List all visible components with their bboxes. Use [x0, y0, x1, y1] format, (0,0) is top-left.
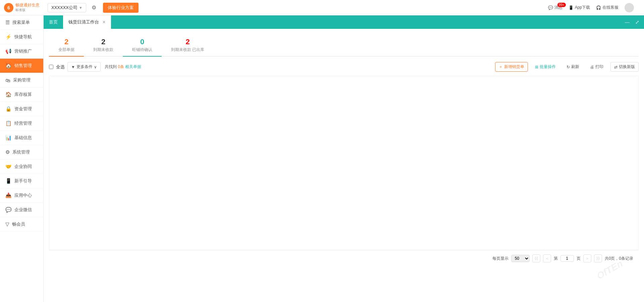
main-content: 2 全部单据 2 到期未收款 0 旺铺待确认 2 到期未收款 已出库 全选 ▼ … — [44, 29, 644, 302]
refresh-button[interactable]: ↻ 刷新 — [563, 62, 583, 72]
tab-minimize-icon[interactable]: — — [623, 18, 631, 26]
sidebar-item-quick-nav[interactable]: ⚡ 快捷导航 — [0, 30, 43, 44]
sidebar-item-basic-info[interactable]: 📊 基础信息 — [0, 131, 43, 145]
sidebar-item-inventory[interactable]: 🏠 库存核算 — [0, 87, 43, 102]
message-icon: 💬 — [548, 5, 553, 10]
batch-icon: ⊞ — [535, 65, 538, 69]
filter-icon: ▼ — [71, 65, 75, 69]
batch-button[interactable]: ⊞ 批量操作 — [531, 62, 559, 72]
switch-label: 切换新版 — [619, 64, 635, 70]
service-icon: 🎧 — [596, 5, 601, 10]
app-badge: 标准版 — [15, 8, 40, 12]
select-all-checkbox[interactable] — [49, 65, 53, 69]
refresh-label: 刷新 — [571, 64, 579, 70]
content-area: 2 全部单据 2 到期未收款 0 旺铺待确认 2 到期未收款 已出库 全选 ▼ … — [44, 29, 644, 302]
stat-tab-pending[interactable]: 0 旺铺待确认 — [123, 34, 162, 57]
sidebar-item-guide[interactable]: 📱 新手引导 — [0, 174, 43, 188]
tab-maximize-icon[interactable]: ⤢ — [633, 18, 641, 26]
switch-version-button[interactable]: ⇄ 切换新版 — [610, 62, 639, 72]
message-icon-item[interactable]: 💬 消息 99+ — [548, 5, 562, 10]
next-page-button[interactable]: ＞ — [583, 254, 591, 262]
page-input[interactable] — [560, 255, 574, 262]
sidebar-item-label: 应用中心 — [14, 192, 32, 198]
prev-page-button[interactable]: ＜ — [543, 254, 551, 262]
tab-home-label: 首页 — [49, 19, 58, 25]
sidebar-item-app-center[interactable]: 📥 应用中心 — [0, 188, 43, 203]
message-badge: 99+ — [557, 3, 566, 7]
switch-icon: ⇄ — [614, 65, 618, 69]
page-size-label: 每页显示 — [492, 256, 508, 261]
stats-tabs: 2 全部单据 2 到期未收款 0 旺铺待确认 2 到期未收款 已出库 — [49, 34, 639, 57]
tab-close-icon[interactable]: ✕ — [102, 20, 106, 24]
app-name: 畅捷通好生意 — [15, 3, 40, 8]
chevron-down-icon: ▼ — [79, 6, 83, 10]
sidebar-item-label: 销售管理 — [14, 63, 32, 69]
sidebar-item-wechat[interactable]: 💬 企业微信 — [0, 203, 43, 217]
sidebar: ☰ 搜索菜单 ⚡ 快捷导航 📢 营销推广 🏠 销售管理 🛍 采购管理 🏠 库存核… — [0, 15, 44, 302]
found-count: 0条 — [118, 64, 124, 69]
logo-icon: 6 — [4, 3, 13, 12]
tab-workbench-label: 钱货日清工作台 — [68, 19, 99, 25]
sales-icon: 🏠 — [5, 63, 12, 69]
marketing-icon: 📢 — [5, 48, 12, 54]
stat-number-overdue-stock: 2 — [186, 38, 190, 46]
app-download-item[interactable]: 📱 App下载 — [569, 5, 590, 10]
sidebar-item-system[interactable]: ⚙ 系统管理 — [0, 145, 43, 160]
gear-icon[interactable]: ⚙ — [89, 3, 99, 13]
sidebar-item-member[interactable]: ▽ 畅会员 — [0, 217, 43, 232]
system-icon: ⚙ — [5, 149, 10, 155]
filter-label: 更多条件 — [76, 64, 93, 70]
trial-button[interactable]: 体验行业方案 — [103, 3, 139, 13]
sidebar-item-operations[interactable]: 📋 经营管理 — [0, 116, 43, 131]
stat-label-overdue-stock: 到期未收款 已出库 — [171, 47, 204, 53]
refresh-icon: ↻ — [567, 65, 570, 69]
filter-button[interactable]: ▼ 更多条件 ∨ — [67, 62, 101, 72]
sidebar-item-label: 搜索菜单 — [12, 19, 30, 25]
sidebar-item-finance[interactable]: 🔒 资金管理 — [0, 102, 43, 116]
online-service-label: 在线客服 — [602, 5, 619, 10]
toolbar: 全选 ▼ 更多条件 ∨ 共找到 0条 相关单据 ＋ 新增销货单 ⊞ 批量操作 — [49, 62, 639, 72]
tab-home[interactable]: 首页 — [44, 15, 63, 29]
company-selector[interactable]: XXXXXX公司 ▼ — [48, 3, 86, 12]
filter-arrow-icon: ∨ — [94, 65, 97, 69]
sidebar-item-purchase[interactable]: 🛍 采购管理 — [0, 73, 43, 87]
tab-workbench[interactable]: 钱货日清工作台 ✕ — [63, 15, 111, 29]
online-service-item[interactable]: 🎧 在线客服 — [596, 5, 619, 10]
stat-tab-overdue[interactable]: 2 到期未收款 — [84, 34, 123, 57]
purchase-icon: 🛍 — [5, 77, 10, 83]
stat-number-pending: 0 — [140, 38, 144, 46]
select-all-label: 全选 — [56, 64, 65, 70]
sidebar-item-label: 基础信息 — [14, 135, 32, 141]
first-page-button[interactable]: ⟨⟨ — [532, 254, 540, 262]
sidebar-item-search[interactable]: ☰ 搜索菜单 — [0, 15, 43, 30]
found-label: 共找到 — [105, 64, 117, 69]
stat-number-overdue: 2 — [101, 38, 105, 46]
pagination-bar: 每页显示 50 20 100 ⟨⟨ ＜ 第 页 ＞ ⟩⟩ 共0页，0条记录 — [49, 250, 639, 266]
add-sales-button[interactable]: ＋ 新增销货单 — [495, 62, 528, 72]
page-size-select[interactable]: 50 20 100 — [511, 255, 530, 262]
finance-icon: 🔒 — [5, 106, 12, 112]
related-link[interactable]: 相关单据 — [125, 64, 141, 69]
sidebar-item-marketing[interactable]: 📢 营销推广 — [0, 44, 43, 59]
avatar[interactable] — [625, 3, 634, 12]
stat-label-overdue: 到期未收款 — [93, 47, 113, 53]
page-label: 第 — [554, 256, 558, 261]
stat-label-all: 全部单据 — [58, 47, 74, 53]
sidebar-item-enterprise[interactable]: 🤝 企业协同 — [0, 160, 43, 174]
wechat-icon: 💬 — [5, 207, 12, 213]
table-area — [49, 76, 639, 250]
sidebar-item-sales[interactable]: 🏠 销售管理 — [0, 59, 43, 73]
print-label: 打印 — [595, 64, 603, 70]
sidebar-item-label: 新手引导 — [14, 178, 32, 184]
stat-tab-overdue-stock[interactable]: 2 到期未收款 已出库 — [162, 34, 214, 57]
basic-info-icon: 📊 — [5, 135, 12, 141]
add-icon: ＋ — [499, 64, 503, 70]
operations-icon: 📋 — [5, 120, 12, 126]
print-button[interactable]: 🖨 打印 — [586, 62, 607, 72]
sidebar-item-label: 企业协同 — [14, 164, 32, 170]
company-name: XXXXXX公司 — [51, 5, 77, 11]
add-label: 新增销货单 — [504, 64, 524, 70]
last-page-button[interactable]: ⟩⟩ — [594, 254, 602, 262]
stat-tab-all[interactable]: 2 全部单据 — [49, 34, 84, 57]
member-icon: ▽ — [5, 221, 9, 227]
